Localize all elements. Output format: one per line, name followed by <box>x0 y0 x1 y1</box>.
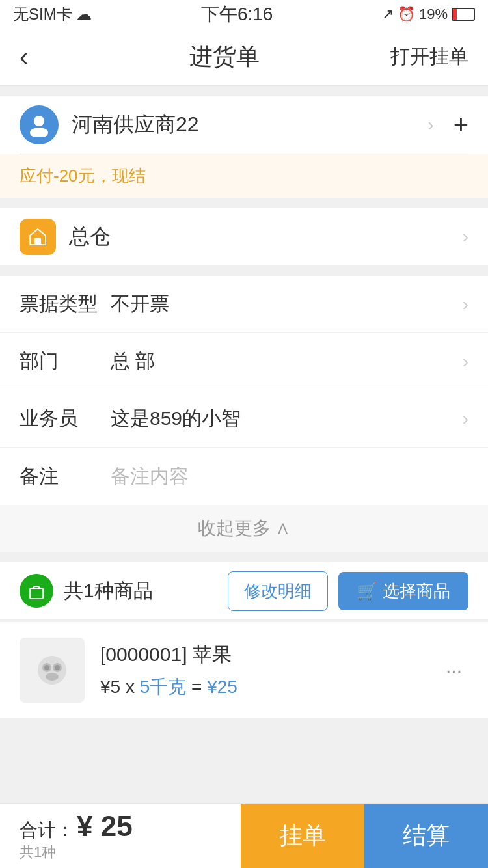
bottom-padding <box>0 718 488 796</box>
battery-icon <box>452 8 475 21</box>
open-pending-button[interactable]: 打开挂单 <box>390 44 468 70</box>
invoice-type-label: 票据类型 <box>20 291 111 318</box>
battery-text: 19% <box>419 6 448 23</box>
status-time: 下午6:16 <box>201 2 273 27</box>
warehouse-row[interactable]: 总仓 › <box>0 208 488 265</box>
remark-label: 备注 <box>20 463 111 490</box>
warehouse-icon <box>20 219 56 255</box>
collapse-button[interactable]: 收起更多 ∧ <box>0 505 488 552</box>
product-info: [0000001] 苹果 ¥5 x 5千克 = ¥25 <box>100 642 439 699</box>
status-right: ↗ ⏰ 19% <box>382 6 475 23</box>
salesperson-value: 这是859的小智 <box>111 405 463 432</box>
svg-point-8 <box>55 665 60 670</box>
product-thumbnail <box>20 638 85 703</box>
location-icon: ↗ <box>382 6 394 23</box>
warehouse-arrow-icon: › <box>463 226 468 247</box>
department-arrow: › <box>463 351 468 372</box>
department-label: 部门 <box>20 348 111 375</box>
product-item: [0000001] 苹果 ¥5 x 5千克 = ¥25 ··· <box>0 622 488 718</box>
supplier-row[interactable]: 河南供应商22 › + <box>0 96 488 154</box>
gap-1 <box>0 86 488 96</box>
remark-input[interactable]: 备注内容 <box>111 463 468 490</box>
supplier-name: 河南供应商22 <box>72 111 427 139</box>
invoice-type-value: 不开票 <box>111 291 463 318</box>
total-count: 共1种 <box>20 843 221 862</box>
department-row[interactable]: 部门 总 部 › <box>0 333 488 390</box>
department-value: 总 部 <box>111 348 463 375</box>
salesperson-arrow: › <box>463 409 468 429</box>
invoice-type-row[interactable]: 票据类型 不开票 › <box>0 276 488 333</box>
salesperson-label: 业务员 <box>20 405 111 432</box>
total-amount: ¥ 25 <box>77 810 133 843</box>
total-section: 合计： ¥ 25 共1种 <box>0 810 241 862</box>
person-icon <box>27 113 51 137</box>
gap-4 <box>0 552 488 562</box>
product-price: ¥5 x 5千克 = ¥25 <box>100 675 439 699</box>
status-carrier: 无SIM卡 ☁ <box>13 4 92 25</box>
supplier-avatar <box>20 105 59 144</box>
svg-point-0 <box>34 116 44 126</box>
add-supplier-button[interactable]: + <box>454 111 468 140</box>
product-code: [0000001] <box>100 644 187 665</box>
checkout-button[interactable]: 结算 <box>364 804 488 869</box>
warehouse-name: 总仓 <box>69 223 463 251</box>
back-button[interactable]: ‹ <box>20 42 59 72</box>
gap-3 <box>0 265 488 276</box>
svg-point-9 <box>46 673 59 681</box>
edit-detail-button[interactable]: 修改明细 <box>228 571 328 611</box>
products-count: 共1种商品 <box>64 578 228 604</box>
products-divider <box>0 619 488 621</box>
equals-sign: = <box>191 677 207 697</box>
total-row: 合计： ¥ 25 <box>20 810 221 843</box>
svg-point-1 <box>30 128 48 137</box>
products-icon <box>20 574 53 608</box>
alarm-icon: ⏰ <box>398 6 415 23</box>
unit-price: ¥5 <box>100 677 120 697</box>
supplier-card: 河南供应商22 › + 应付-20元，现结 <box>0 96 488 198</box>
supplier-arrow-icon: › <box>427 115 433 135</box>
multiply-sign: x <box>126 677 140 697</box>
cart-icon: 🛒 <box>357 581 377 601</box>
form-section: 票据类型 不开票 › 部门 总 部 › 业务员 这是859的小智 › 备注 备注… <box>0 276 488 505</box>
home-icon <box>27 226 48 247</box>
product-name: [0000001] 苹果 <box>100 642 439 668</box>
bottom-bar: 合计： ¥ 25 共1种 挂单 结算 <box>0 803 488 868</box>
svg-rect-3 <box>30 588 43 599</box>
total-label: 合计： <box>20 818 74 843</box>
remark-row[interactable]: 备注 备注内容 <box>0 448 488 505</box>
select-product-label: 选择商品 <box>383 580 450 603</box>
quantity: 5千克 <box>140 677 187 697</box>
invoice-type-arrow: › <box>463 294 468 315</box>
svg-rect-2 <box>34 238 41 245</box>
salesperson-row[interactable]: 业务员 这是859的小智 › <box>0 390 488 448</box>
page-title: 进货单 <box>189 41 260 73</box>
select-product-button[interactable]: 🛒 选择商品 <box>338 572 468 610</box>
owl-icon <box>33 651 72 690</box>
products-header: 共1种商品 修改明细 🛒 选择商品 <box>0 562 488 619</box>
hang-order-button[interactable]: 挂单 <box>241 804 364 869</box>
nav-bar: ‹ 进货单 打开挂单 <box>0 29 488 86</box>
carrier-text: 无SIM卡 ☁ <box>13 4 92 25</box>
product-title: 苹果 <box>193 644 232 665</box>
gap-2 <box>0 198 488 208</box>
notice-bar: 应付-20元，现结 <box>0 154 488 198</box>
product-more-button[interactable]: ··· <box>439 653 468 688</box>
svg-point-7 <box>44 665 49 670</box>
bag-icon <box>27 582 46 600</box>
total-price: ¥25 <box>207 677 237 697</box>
status-bar: 无SIM卡 ☁ 下午6:16 ↗ ⏰ 19% <box>0 0 488 29</box>
